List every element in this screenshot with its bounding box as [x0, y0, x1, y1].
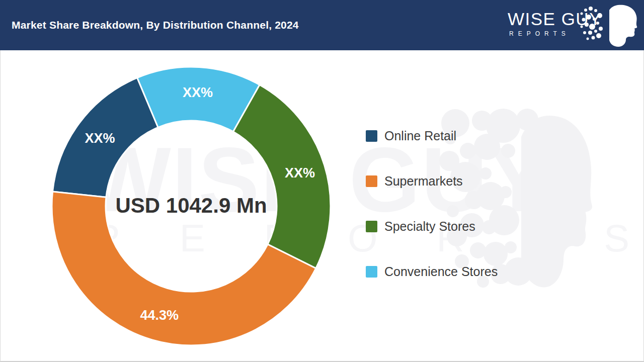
legend-label: Specialty Stores [384, 220, 475, 233]
legend-item-convenience-stores: Convenience Stores [366, 263, 498, 280]
segment-value-label: XX% [285, 165, 315, 180]
legend-label: Convenience Stores [384, 265, 498, 278]
legend-swatch-specialty-stores [366, 221, 377, 232]
donut-segment-specialty-stores [233, 85, 331, 268]
legend-item-supermarkets: Supermarkets [366, 172, 498, 190]
page-title: Market Share Breakdown, By Distribution … [0, 19, 299, 31]
legend: Online RetailSupermarketsSpecialty Store… [366, 127, 498, 308]
legend-label: Online Retail [384, 130, 456, 142]
legend-item-specialty-stores: Specialty Stores [366, 218, 498, 235]
legend-swatch-online-retail [366, 130, 377, 142]
center-value-label: USD 1042.9 Mn [115, 194, 267, 218]
header-bar: Market Share Breakdown, By Distribution … [0, 0, 644, 50]
legend-item-online-retail: Online Retail [366, 127, 498, 144]
segment-value-label: XX% [183, 85, 213, 100]
infographic-page: Market Share Breakdown, By Distribution … [0, 0, 644, 362]
logo-face-icon [580, 3, 641, 49]
legend-swatch-supermarkets [366, 175, 377, 187]
segment-value-label: XX% [85, 131, 115, 146]
legend-swatch-convenience-stores [366, 266, 377, 278]
segment-value-label: 44.3% [140, 308, 179, 323]
legend-label: Supermarkets [384, 175, 463, 188]
